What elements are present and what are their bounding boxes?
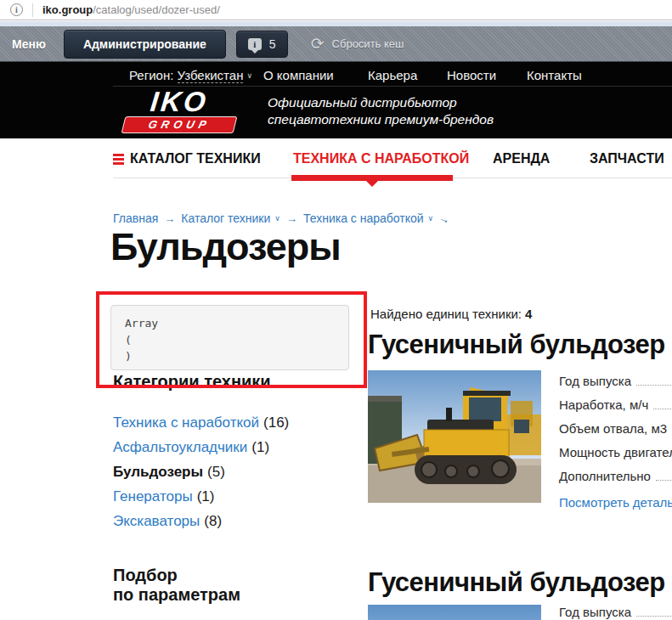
page: i iko.group/catalog/used/dozer-used/ Мен… [0, 0, 672, 620]
categories-list: Техника с наработкой(16) Асфальтоукладчи… [113, 415, 289, 538]
site-header: Регион: Узбекистан∨ О компании Карьера Н… [0, 62, 672, 138]
product-photo[interactable] [368, 605, 541, 620]
spec-label: Дополнительно [559, 469, 651, 483]
logo-text-group: GROUP [121, 116, 238, 133]
debug-array-output: Array ( ) [110, 305, 349, 370]
filter-by-params-title: Подбор по параметрам [113, 566, 240, 605]
admin-toolbar: Меню Администрирование i 5 ⟳ Сбросить ке… [0, 26, 672, 62]
spec-label: Объем отвала, м3 [559, 421, 667, 436]
tagline-line2: спецавтотехники премиум-брендов [268, 111, 494, 128]
arrow-right-icon: → [164, 212, 175, 225]
category-count: (16) [263, 414, 289, 431]
dotted-leader [636, 616, 672, 617]
results-count-value: 4 [525, 307, 532, 321]
bulldozer-image [368, 370, 541, 503]
tagline-line1: Официальный дистрибьютор [268, 94, 494, 111]
spec-label: Год выпуска [559, 605, 631, 619]
category-count: (5) [207, 464, 225, 480]
dotted-leader [653, 409, 672, 409]
url-separator [32, 3, 33, 17]
spec-label: Год выпуска [559, 374, 631, 388]
header-link-contacts[interactable]: Контакты [527, 68, 582, 82]
spec-row: Дополнительно [559, 470, 672, 483]
nav-item-used[interactable]: ТЕХНИКА С НАРАБОТКОЙ [293, 151, 469, 166]
product-title[interactable]: Гусеничный бульдозер Kom [368, 567, 672, 598]
clear-cache-label: Сбросить кеш [332, 37, 404, 50]
results-count-label: Найдено единиц техники: [370, 307, 522, 321]
dotted-leader [636, 385, 672, 386]
bulldozer-image [368, 605, 541, 620]
notification-count: 5 [269, 37, 276, 51]
category-count: (8) [204, 513, 222, 529]
main-navigation: КАТАЛОГ ТЕХНИКИ ТЕХНИКА С НАРАБОТКОЙ АРЕ… [0, 138, 672, 183]
category-link[interactable]: Экскаваторы [113, 513, 200, 529]
category-link[interactable]: Асфальтоукладчики [113, 439, 247, 455]
spec-row: Объем отвала, м3 [559, 422, 672, 436]
notifications-badge[interactable]: i 5 [236, 31, 288, 58]
spec-row: Год выпуска [559, 606, 672, 619]
header-link-career[interactable]: Карьера [368, 68, 417, 82]
debug-line: ( [125, 332, 348, 349]
filter-title-line1: Подбор [113, 566, 240, 585]
chevron-down-icon[interactable]: ∨ [428, 214, 434, 223]
iko-group-logo[interactable]: IKO GROUP [123, 90, 235, 133]
url-path: /catalog/used/dozer-used/ [93, 3, 220, 16]
url-domain: iko.group [42, 3, 93, 16]
product-specs: Год выпуска [559, 606, 672, 620]
browser-url-bar: i iko.group/catalog/used/dozer-used/ [0, 0, 672, 20]
chevron-down-icon: ∨ [246, 71, 252, 80]
breadcrumb: Главная → Каталог техники ∨ → Техника с … [113, 211, 450, 225]
breadcrumb-used[interactable]: Техника с наработкой [303, 211, 424, 225]
product-specs: Год выпуска Наработка, м/ч Объем отвала,… [559, 375, 672, 510]
category-link: Бульдозеры [113, 464, 203, 480]
categories-title: Категории техники [113, 372, 271, 392]
header-link-about[interactable]: О компании [263, 68, 334, 82]
breadcrumb-catalog[interactable]: Каталог техники [181, 211, 270, 225]
notification-bubble-icon: i [248, 38, 262, 50]
nav-item-catalog[interactable]: КАТАЛОГ ТЕХНИКИ [130, 151, 261, 166]
sidebar-item-used[interactable]: Техника с наработкой(16) [113, 415, 289, 430]
page-info-icon[interactable]: i [10, 3, 23, 16]
header-link-news[interactable]: Новости [447, 68, 496, 82]
sidebar-item-dozers[interactable]: Бульдозеры(5) [113, 465, 289, 479]
results-count-line: Найдено единиц техники:4 [370, 307, 532, 321]
debug-line: Array [125, 315, 348, 332]
spec-row: Год выпуска [559, 375, 672, 388]
catalog-hamburger-icon[interactable] [113, 154, 124, 166]
url-input[interactable]: iko.group/catalog/used/dozer-used/ [42, 3, 220, 16]
sidebar-item-generators[interactable]: Генераторы(1) [113, 489, 289, 504]
nav-item-rent[interactable]: АРЕНДА [493, 151, 550, 166]
chevron-down-icon[interactable]: ∨ [274, 214, 280, 223]
header-tagline: Официальный дистрибьютор спецавтотехники… [268, 94, 494, 128]
sidebar-item-excavators[interactable]: Экскаваторы(8) [113, 514, 289, 528]
category-link[interactable]: Генераторы [113, 488, 193, 504]
arrow-hook-icon: → [438, 211, 453, 227]
region-value: Узбекистан [178, 68, 244, 83]
active-tab-underline [291, 175, 453, 181]
refresh-icon: ⟳ [311, 36, 325, 52]
spec-label: Наработка, м/ч [559, 397, 648, 412]
page-title: Бульдозеры [110, 226, 341, 268]
admin-menu-button[interactable]: Меню [12, 37, 46, 51]
product-title[interactable]: Гусеничный бульдозер Kom [368, 330, 672, 360]
filter-title-line2: по параметрам [113, 585, 240, 605]
region-selector[interactable]: Регион: Узбекистан∨ [129, 68, 252, 82]
logo-text-iko: IKO [122, 90, 237, 114]
arrow-right-icon: → [286, 212, 297, 225]
product-photo[interactable] [368, 370, 541, 503]
region-label: Регион: [129, 68, 178, 82]
breadcrumb-home[interactable]: Главная [113, 211, 158, 225]
dotted-leader [656, 480, 672, 481]
debug-line: ) [125, 348, 348, 365]
category-count: (1) [251, 439, 269, 455]
nav-item-parts[interactable]: ЗАПЧАСТИ [590, 151, 664, 166]
spec-row: Наработка, м/ч [559, 398, 672, 412]
view-details-link[interactable]: Посмотреть детальн [559, 495, 672, 510]
category-link[interactable]: Техника с наработкой [113, 414, 259, 431]
spec-label: Мощность двигателя [559, 445, 672, 459]
clear-cache-button[interactable]: ⟳ Сбросить кеш [311, 36, 404, 52]
category-count: (1) [197, 488, 215, 504]
administration-button[interactable]: Администрирование [64, 30, 226, 59]
sidebar-item-pavers[interactable]: Асфальтоукладчики(1) [113, 440, 289, 454]
spec-row: Мощность двигателя [559, 446, 672, 459]
